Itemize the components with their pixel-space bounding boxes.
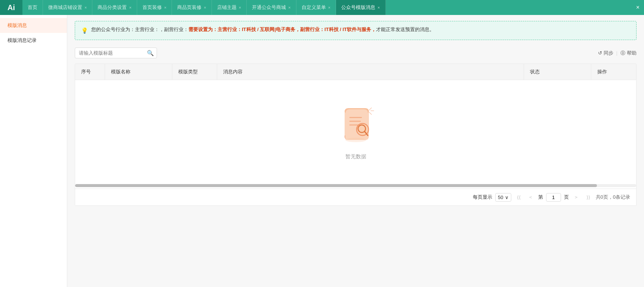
help-icon: ⓪: [620, 50, 625, 57]
table-wrapper: 序号模版名称模版类型消息内容状态操作: [75, 64, 637, 206]
info-banner: 💡 您的公众号行业为：主营行业：，副营行业：需要设置为：主营行业：IT科技 / …: [75, 21, 637, 40]
nav-tab-product-decor[interactable]: 商品页装修×: [172, 0, 212, 15]
svg-line-7: [369, 108, 372, 110]
sidebar: 模版消息模版消息记录: [0, 15, 67, 287]
close-tab-shop-settings[interactable]: ×: [84, 5, 87, 10]
close-tab-home-decor[interactable]: ×: [164, 5, 166, 10]
close-tab-open-mall[interactable]: ×: [288, 5, 290, 10]
pagination: 每页显示 50 ∨ ⟨⟨ ＜ 第 页 ＞ ⟩⟩ 共0页，0条记录: [75, 189, 636, 205]
sidebar-item-template-message[interactable]: 模版消息: [0, 18, 67, 33]
nav-tab-home-decor[interactable]: 首页装修×: [137, 0, 172, 15]
app-logo: Ai: [0, 0, 22, 15]
page-size-value: 50: [498, 195, 503, 200]
help-button[interactable]: ⓪ 帮助: [620, 50, 637, 57]
empty-state: 暂无数据: [75, 80, 636, 183]
close-tab-product-category[interactable]: ×: [129, 5, 131, 10]
close-all-button[interactable]: ×: [632, 0, 644, 15]
close-tab-product-decor[interactable]: ×: [204, 5, 206, 10]
banner-text: 您的公众号行业为：主营行业：，副营行业：需要设置为：主营行业：IT科技 / 互联…: [91, 26, 434, 34]
page-prefix: 第: [538, 194, 543, 201]
sidebar-item-template-message-record[interactable]: 模版消息记录: [0, 33, 67, 48]
bulb-icon: 💡: [81, 26, 88, 35]
scroll-thumb[interactable]: [75, 184, 597, 187]
empty-text: 暂无数据: [345, 153, 366, 160]
last-page-button[interactable]: ⟩⟩: [584, 193, 593, 202]
search-input-wrapper: 🔍: [75, 48, 157, 58]
nav-tab-open-mall[interactable]: 开通公众号商城×: [247, 0, 296, 15]
nav-tab-product-category[interactable]: 商品分类设置×: [92, 0, 137, 15]
sync-icon: ↺: [598, 50, 602, 56]
page-size-select[interactable]: 50 ∨: [495, 193, 511, 202]
horizontal-scrollbar[interactable]: [75, 184, 636, 187]
search-input[interactable]: [75, 48, 157, 58]
chevron-down-icon: ∨: [505, 195, 509, 200]
search-left: 🔍: [75, 48, 157, 58]
nav-tab-shop-settings[interactable]: 微商城店铺设置×: [43, 0, 92, 15]
table-header-type: 模版类型: [172, 64, 217, 80]
page-suffix: 页: [564, 194, 569, 201]
search-right: ↺ 同步 | ⓪ 帮助: [598, 50, 637, 57]
nav-tab-store-theme[interactable]: 店铺主题×: [212, 0, 247, 15]
nav-tab-template-msg[interactable]: 公众号模版消息×: [336, 0, 385, 15]
table-header-index: 序号: [75, 64, 105, 80]
prev-page-button[interactable]: ＜: [526, 193, 535, 202]
nav-tab-home[interactable]: 首页: [22, 0, 43, 15]
page-size-label: 每页显示: [473, 194, 492, 201]
help-label: 帮助: [627, 50, 637, 57]
sync-button[interactable]: ↺ 同步: [598, 50, 613, 57]
table-header-status: 状态: [524, 64, 591, 80]
table-header-action: 操作: [591, 64, 636, 80]
nav-tabs: 首页微商城店铺设置×商品分类设置×首页装修×商品页装修×店铺主题×开通公众号商城…: [22, 0, 632, 15]
divider: |: [616, 50, 617, 56]
page-total: 共0页，0条记录: [596, 194, 630, 201]
close-tab-template-msg[interactable]: ×: [378, 5, 380, 10]
close-tab-custom-menu[interactable]: ×: [328, 5, 330, 10]
banner-highlight: 需要设置为：主营行业：IT科技 / 互联网|电子商务，副营行业：IT科技 / I…: [188, 27, 376, 32]
nav-tab-custom-menu[interactable]: 自定义菜单×: [296, 0, 336, 15]
sync-label: 同步: [604, 50, 613, 57]
table-header-content: 消息内容: [217, 64, 524, 80]
table-header: 序号模版名称模版类型消息内容状态操作: [75, 64, 636, 80]
current-page-input[interactable]: [546, 193, 561, 202]
main-layout: 模版消息模版消息记录 💡 您的公众号行业为：主营行业：，副营行业：需要设置为：主…: [0, 15, 644, 287]
content-area: 💡 您的公众号行业为：主营行业：，副营行业：需要设置为：主营行业：IT科技 / …: [67, 15, 644, 287]
empty-illustration: [333, 103, 378, 147]
top-navigation: Ai 首页微商城店铺设置×商品分类设置×首页装修×商品页装修×店铺主题×开通公众…: [0, 0, 644, 15]
table-header-name: 模版名称: [105, 64, 172, 80]
search-bar: 🔍 ↺ 同步 | ⓪ 帮助: [75, 48, 637, 58]
next-page-button[interactable]: ＞: [572, 193, 581, 202]
search-button[interactable]: 🔍: [147, 50, 154, 57]
first-page-button[interactable]: ⟨⟨: [514, 193, 523, 202]
svg-line-9: [369, 112, 372, 115]
close-tab-store-theme[interactable]: ×: [239, 5, 241, 10]
